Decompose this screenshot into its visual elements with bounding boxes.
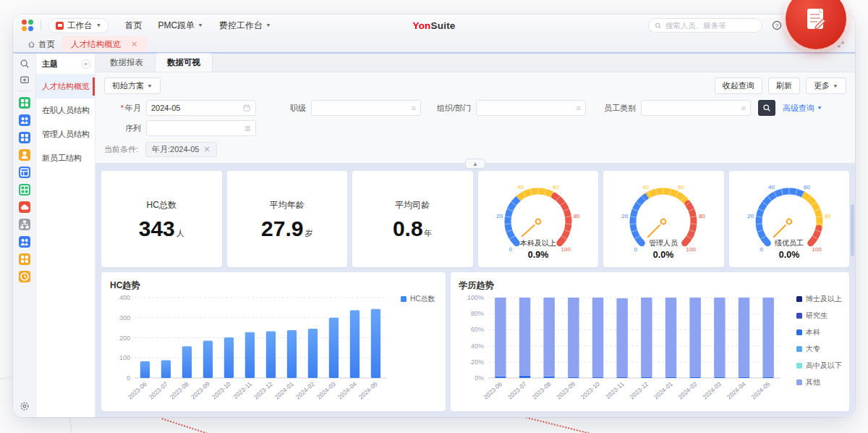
global-search[interactable]: [648, 18, 762, 33]
app-icon-team-blue[interactable]: [19, 236, 30, 248]
chevron-down-icon: ▼: [817, 105, 822, 110]
svg-text:100: 100: [119, 354, 130, 361]
legend-item-3[interactable]: 大专: [796, 344, 842, 354]
remove-condition-icon[interactable]: ✕: [204, 145, 210, 154]
app-icon-clock-orange[interactable]: [19, 271, 30, 282]
svg-text:绩优员工: 绩优员工: [775, 239, 804, 247]
settings-gear-icon[interactable]: [20, 401, 30, 411]
svg-text:2023-08: 2023-08: [169, 380, 190, 400]
app-icon-grid-green[interactable]: [19, 97, 30, 109]
svg-text:100: 100: [686, 246, 697, 253]
sidebar-item-theme-0[interactable]: 人才结构概览: [36, 75, 95, 98]
condition-chip[interactable]: 年月:2024-05✕: [145, 142, 217, 157]
nav-home[interactable]: 首页: [124, 20, 142, 32]
workspace-label: 工作台: [67, 20, 93, 31]
collapse-panel-icon[interactable]: «: [81, 59, 90, 69]
svg-text:2024-01: 2024-01: [273, 380, 295, 400]
add-app-icon[interactable]: [20, 75, 30, 85]
app-icon-grid-blue[interactable]: [19, 132, 30, 143]
kpi-avg-age: 平均年龄 27.9岁: [227, 171, 348, 267]
tab-talent-structure[interactable]: 人才结构概览 ✕: [62, 36, 146, 52]
sidebar-item-theme-2[interactable]: 管理人员结构: [36, 122, 95, 146]
legend-item-4[interactable]: 高中及以下: [796, 361, 842, 371]
collapse-query-button[interactable]: 收起查询: [715, 77, 762, 94]
collapse-filter-handle[interactable]: ▲: [465, 159, 485, 169]
search-icon: [762, 104, 771, 112]
svg-text:0%: 0%: [474, 374, 483, 382]
close-icon[interactable]: ✕: [131, 40, 137, 49]
tab-home[interactable]: 首页: [20, 36, 62, 52]
app-icon-grid-orange[interactable]: [19, 253, 30, 265]
app-icon-dashboard[interactable]: [19, 167, 30, 178]
svg-text:管理人员: 管理人员: [649, 239, 678, 247]
help-icon[interactable]: ?: [771, 20, 783, 31]
brand-logo: YonSuite: [412, 20, 455, 31]
gauge-managers: 020406080100管理人员0.0%: [603, 171, 724, 267]
search-input[interactable]: [665, 21, 756, 30]
legend-swatch: [401, 296, 407, 302]
svg-text:2024-05: 2024-05: [357, 380, 379, 400]
svg-text:2023-11: 2023-11: [604, 380, 626, 400]
workspace-switcher[interactable]: 工作台 ▼: [48, 18, 109, 33]
kpi-gauge-row: HC总数 343人 平均年龄 27.9岁 平均司龄 0.8年 020406080…: [101, 171, 849, 267]
expand-icon[interactable]: [837, 41, 845, 49]
nav-pmc[interactable]: PMC跟单▼: [158, 20, 203, 32]
svg-text:2023-06: 2023-06: [127, 380, 148, 400]
svg-text:20%: 20%: [470, 358, 483, 366]
refresh-button[interactable]: 刷新: [768, 77, 800, 94]
calendar-icon: [242, 104, 251, 112]
sequence-input[interactable]: ≣: [146, 120, 256, 136]
gauge-top-performers: 020406080100绩优员工0.0%: [729, 171, 850, 267]
svg-text:40%: 40%: [470, 342, 483, 350]
svg-text:20: 20: [496, 212, 503, 219]
scrollbar-thumb[interactable]: [851, 204, 854, 256]
education-trend-chart-card: 学历趋势 博士及以上研究生本科大专高中及以下其他 0%20%40%60%80%1…: [451, 272, 850, 411]
tab-data-report[interactable]: 数据报表: [98, 54, 155, 72]
main-area: 数据报表 数据可视 初始方案▼ 收起查询 刷新 更多▼: [95, 54, 855, 417]
svg-text:2023-07: 2023-07: [148, 380, 169, 400]
app-body: 主题 « 人才结构概览在职人员结构管理人员结构新员工结构 数据报表 数据可视 初…: [13, 52, 855, 417]
hc-trend-chart-card: HC趋势 HC总数 01002003004002023-062023-07202…: [101, 272, 446, 411]
report-tabs: 数据报表 数据可视: [95, 54, 855, 72]
month-input[interactable]: 2024-05: [146, 100, 256, 116]
app-icon-person-orange[interactable]: [19, 149, 30, 161]
kpi-hc-total: HC总数 343人: [101, 171, 222, 267]
chart-title: HC趋势: [110, 279, 438, 292]
svg-text:60: 60: [804, 183, 810, 190]
legend-item-1[interactable]: 研究生: [796, 311, 842, 321]
top-navigation: 首页 PMC跟单▼ 费控工作台▼: [124, 20, 271, 32]
dashboard-content: HC总数 343人 平均年龄 27.9岁 平均司龄 0.8年 020406080…: [95, 164, 855, 417]
app-icon-org-tree[interactable]: [19, 219, 30, 230]
scheme-selector[interactable]: 初始方案▼: [104, 77, 161, 94]
divider: [41, 20, 41, 30]
chevron-down-icon: ▼: [147, 83, 153, 88]
sidebar-search-icon[interactable]: [20, 59, 30, 69]
app-logo[interactable]: [22, 20, 33, 31]
query-search-button[interactable]: [758, 100, 775, 116]
sidebar-item-theme-3[interactable]: 新员工结构: [36, 146, 95, 170]
advanced-query-link[interactable]: 高级查询▼: [783, 103, 822, 114]
job-grade-input[interactable]: ≡: [311, 100, 421, 116]
legend-hc-total[interactable]: HC总数: [401, 294, 435, 304]
field-org-dept: 组织/部门 ≡: [434, 100, 586, 116]
employee-type-input[interactable]: ≡: [641, 100, 751, 116]
chevron-down-icon: ▼: [265, 22, 271, 28]
app-icon-cloud-red[interactable]: [19, 201, 30, 213]
legend-item-0[interactable]: 博士及以上: [796, 294, 842, 304]
nav-expense-workbench[interactable]: 费控工作台▼: [219, 20, 271, 32]
chart-title: 学历趋势: [459, 279, 788, 292]
org-dept-input[interactable]: ≡: [476, 100, 586, 116]
svg-text:0.9%: 0.9%: [528, 250, 549, 260]
svg-text:60: 60: [553, 183, 559, 190]
home-tab-label: 首页: [38, 39, 55, 50]
svg-text:0: 0: [127, 374, 130, 382]
svg-text:2023-07: 2023-07: [506, 380, 527, 400]
legend-item-2[interactable]: 本科: [796, 327, 842, 337]
svg-text:200: 200: [119, 335, 130, 342]
sidebar-item-theme-1[interactable]: 在职人员结构: [36, 98, 95, 122]
more-button[interactable]: 更多▼: [806, 77, 846, 94]
app-icon-table-green[interactable]: [19, 184, 30, 196]
legend-item-5[interactable]: 其他: [796, 377, 842, 387]
app-icon-hr-people[interactable]: [19, 114, 30, 126]
tab-data-visual[interactable]: 数据可视: [155, 53, 213, 72]
